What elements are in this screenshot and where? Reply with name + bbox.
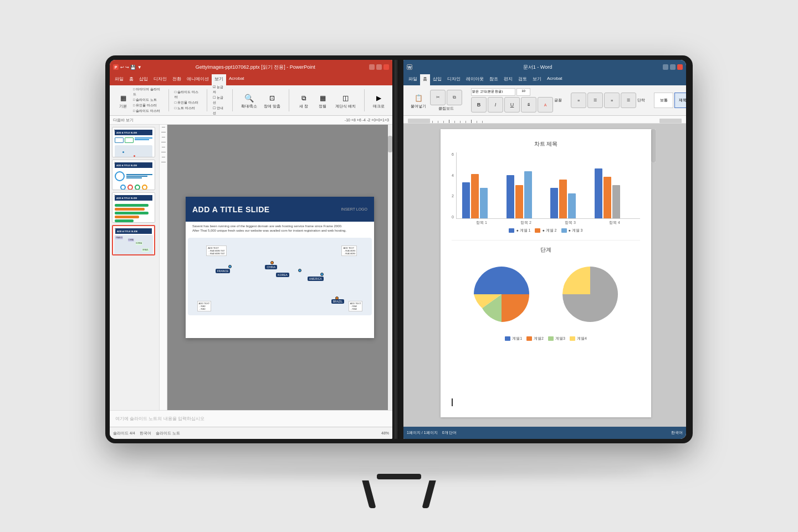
- ppt-notes-area[interactable]: 여기에 슬라이드 노트의 내용을 입력하십시오: [110, 410, 392, 427]
- ppt-arrange-btn[interactable]: ▦ 정렬: [314, 90, 331, 111]
- ppt-tab-transition[interactable]: 전환: [170, 74, 184, 85]
- word-underline-btn[interactable]: U: [504, 97, 520, 112]
- word-align-right-btn[interactable]: ≡: [604, 93, 620, 108]
- word-scroll-thumb[interactable]: [651, 129, 656, 162]
- word-tab-layout[interactable]: 레이아웃: [463, 74, 487, 85]
- word-font-name-input[interactable]: 맑은 고딕(본문 한글): [471, 88, 515, 96]
- slide-thumbnail-4[interactable]: 4 ADD A TITLE SLIDE FRANCE CHINA KOREA B…: [112, 225, 155, 255]
- x-label-1: 항목 1: [462, 220, 502, 226]
- outline-view-btn[interactable]: □ 아이디어 슬라이드: [133, 87, 163, 97]
- ppt-normal-view-btn[interactable]: ▦ 기본: [114, 90, 132, 111]
- ppt-tab-insert[interactable]: 삽입: [136, 74, 151, 85]
- ruler-checkbox[interactable]: ☑ 눈금자: [213, 85, 226, 95]
- word-main-area: 차트 제목 6 4 2 0: [403, 124, 686, 427]
- slide-map-area: FRANCE CHINA KOREA AMERICA BRAZIL: [186, 236, 374, 318]
- bar-3-series-2: [559, 180, 567, 218]
- pie-chart-2-container: [560, 264, 621, 327]
- word-style-normal-btn[interactable]: 보통: [654, 93, 673, 108]
- word-close-btn[interactable]: [677, 64, 683, 70]
- divider5: [364, 89, 365, 111]
- ppt-tab-design[interactable]: 디자인: [151, 74, 170, 85]
- word-clipboard-section: 📋 붙여넣기 ✂ ⧉ 클립보드: [406, 88, 464, 114]
- ppt-name-bar: 다음바 보기 -10 +8 +6 -4 -2 +0+0+1+3: [110, 116, 392, 125]
- word-bold-btn[interactable]: B: [471, 97, 487, 112]
- map-dot-china: [270, 261, 274, 264]
- normal-view-icon: ▦: [117, 92, 129, 104]
- word-tab-references[interactable]: 참조: [487, 74, 501, 85]
- ppt-slide-canvas[interactable]: ADD A TITLE SLIDE INSERT LOGO Savent has…: [186, 197, 374, 338]
- ppt-scroll-bar[interactable]: [388, 125, 392, 410]
- word-tab-insert[interactable]: 삽입: [430, 74, 444, 85]
- word-tab-review[interactable]: 검토: [515, 74, 530, 85]
- ppt-close-btn[interactable]: [383, 64, 389, 70]
- word-strikethrough-btn[interactable]: S̶: [521, 97, 536, 112]
- word-document-page[interactable]: 차트 제목 6 4 2 0: [441, 129, 651, 417]
- ppt-tab-file[interactable]: 파일: [112, 74, 126, 85]
- ppt-tab-acrobat[interactable]: Acrobat: [226, 74, 247, 85]
- map-label-korea: KOREA: [276, 273, 289, 277]
- ppt-minimize-btn[interactable]: [369, 64, 375, 70]
- word-font-size-input[interactable]: 10: [516, 88, 530, 96]
- ppt-new-window-btn[interactable]: ⧉ 새 창: [295, 90, 313, 111]
- notes-view-btn[interactable]: □ 유인물 마스터: [133, 103, 163, 108]
- bar-group-2: [507, 171, 546, 218]
- gridlines-checkbox[interactable]: ☐ 눈금선: [213, 95, 226, 105]
- guides-checkbox[interactable]: ☐ 안내선: [213, 106, 226, 116]
- notes-master-btn[interactable]: □ 노트 마스터: [175, 106, 201, 111]
- word-justify-btn[interactable]: ☰: [621, 93, 636, 108]
- slide-thumbnail-1[interactable]: 1 ADD A TITLE SLIDE: [112, 127, 155, 157]
- word-tab-home[interactable]: 홈: [420, 74, 430, 85]
- word-font-color-btn[interactable]: A: [538, 97, 553, 112]
- word-tab-view[interactable]: 보기: [530, 74, 544, 85]
- ppt-slide-info: 슬라이드 4/4: [113, 431, 135, 436]
- slide-thumbnail-3[interactable]: 3 ADD A TITLE SLIDE: [112, 192, 155, 223]
- map-dot-america: [320, 273, 324, 276]
- word-cut-btn[interactable]: ✂: [430, 90, 446, 105]
- word-tab-acrobat[interactable]: Acrobat: [544, 74, 565, 85]
- ppt-cascade-btn[interactable]: ◫ 계단식 배치: [332, 90, 359, 111]
- map-add-text-2: ADD TEXT→ READ MORE→ READ MORE: [341, 245, 357, 256]
- pie-chart-legend: 계열1 계열2 계열3: [452, 336, 640, 341]
- word-maximize-btn[interactable]: [670, 64, 676, 70]
- ppt-tab-home[interactable]: 홈: [126, 74, 136, 85]
- ppt-ribbon-toolbar: ▦ 기본 □ 아이디어 슬라이드 □ 슬라이드 노트 □ 유인물 마스터 □ 슬…: [110, 85, 392, 116]
- slides-panel[interactable]: 1 ADD A TITLE SLIDE: [110, 125, 160, 410]
- word-tab-design[interactable]: 디자인: [444, 74, 463, 85]
- word-styles-section: 보통 제목 1 스타일: [652, 90, 686, 110]
- handout-master-btn[interactable]: □ 유인물 마스터: [175, 100, 201, 105]
- pie-legend-4: 계열4: [570, 336, 587, 341]
- slide-thumbnail-2[interactable]: 2 ADD A TITLE SLIDE: [112, 160, 155, 190]
- reading-view-btn[interactable]: □ 슬라이드 마스터: [133, 109, 163, 114]
- word-scroll-bar[interactable]: [651, 129, 656, 162]
- ppt-notes-placeholder: 여기에 슬라이드 노트의 내용을 입력하십시오: [115, 416, 204, 422]
- tablet-stand: [366, 474, 432, 510]
- slide-sorter-btn[interactable]: □ 슬라이드 노트: [133, 98, 163, 103]
- word-tab-mailings[interactable]: 편지: [501, 74, 515, 85]
- slide-master-btn[interactable]: □ 슬라이드 마스터: [175, 90, 201, 100]
- ppt-language: 한국어: [140, 431, 151, 436]
- word-paste-btn[interactable]: 📋 붙여넣기: [408, 90, 429, 111]
- word-screen: W 문서1 - Word 파일 홈 삽입 디자인 레이아웃 참조 편지: [403, 60, 686, 439]
- cursor-indicator: [452, 398, 453, 406]
- ppt-show-section: ☑ 눈금자 ☐ 눈금선 ☐ 안내선: [211, 83, 228, 118]
- word-minimize-btn[interactable]: [663, 64, 668, 70]
- word-align-center-btn[interactable]: ☰: [587, 93, 603, 108]
- legend-series-2: ● 계열 2: [535, 228, 556, 233]
- ppt-macro-btn[interactable]: ▶ 매크로: [370, 90, 388, 111]
- stand-top: [377, 474, 421, 479]
- ppt-zoom-btn[interactable]: 🔍 확대/축소: [238, 90, 260, 111]
- bar-group-4: [595, 168, 635, 218]
- ppt-maximize-btn[interactable]: [376, 64, 382, 70]
- word-tab-file[interactable]: 파일: [406, 74, 420, 85]
- word-style-heading1-btn[interactable]: 제목 1: [674, 93, 686, 108]
- ppt-scroll-thumb[interactable]: [388, 136, 392, 152]
- bar-group-1: [462, 174, 502, 218]
- word-align-left-btn[interactable]: ≡: [571, 93, 586, 108]
- word-copy-btn[interactable]: ⧉: [447, 90, 462, 105]
- ppt-fit-btn[interactable]: ⊡ 창에 맞춤: [261, 90, 283, 111]
- ppt-view-section: ▦ 기본 □ 아이디어 슬라이드 □ 슬라이드 노트 □ 유인물 마스터 □ 슬…: [112, 85, 165, 116]
- ppt-tab-animation[interactable]: 애니메이션: [184, 74, 212, 85]
- slide-subtitle: Savent has been running one of the bigge…: [186, 222, 374, 236]
- legend-series-3: ● 계열 3: [561, 228, 583, 233]
- word-italic-btn[interactable]: I: [488, 97, 503, 112]
